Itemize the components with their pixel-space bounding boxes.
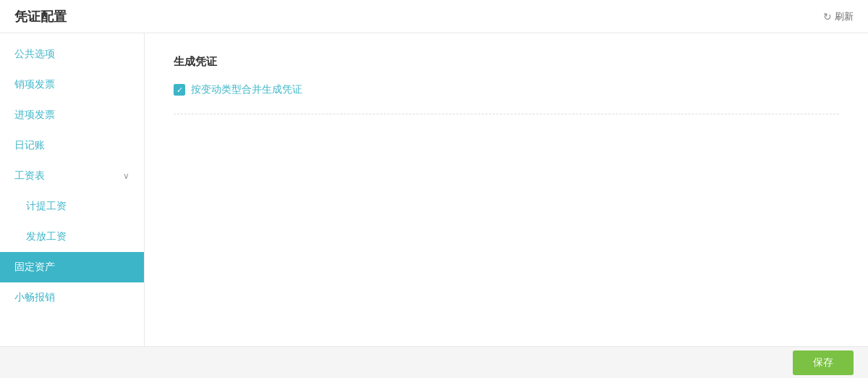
page-header: 凭证配置 ↻ 刷新 (0, 0, 868, 33)
refresh-label: 刷新 (835, 10, 854, 23)
refresh-button[interactable]: ↻ 刷新 (823, 10, 854, 23)
sidebar-item-label: 固定资产 (14, 261, 55, 274)
sidebar-item-payroll-table[interactable]: 工资表 ∨ (0, 161, 144, 191)
sidebar: 公共选项 销项发票 进项发票 日记账 工资表 ∨ 计提工资 发放工资 固定资产 … (0, 33, 145, 346)
chevron-down-icon: ∨ (123, 171, 129, 181)
save-button[interactable]: 保存 (793, 350, 854, 375)
sidebar-item-journal[interactable]: 日记账 (0, 130, 144, 161)
sidebar-item-label: 计提工资 (26, 200, 67, 213)
sidebar-item-label: 销项发票 (14, 78, 55, 91)
sidebar-item-label: 发放工资 (26, 230, 67, 243)
sidebar-item-purchase-invoice[interactable]: 进项发票 (0, 100, 144, 130)
checkbox-label[interactable]: 按变动类型合并生成凭证 (191, 83, 302, 96)
checkmark-icon: ✓ (176, 86, 183, 94)
merge-by-type-checkbox[interactable]: ✓ (174, 84, 185, 96)
section-divider (174, 114, 839, 114)
sidebar-item-petty-expense[interactable]: 小畅报销 (0, 282, 144, 313)
refresh-icon: ↻ (823, 11, 832, 22)
section-title: 生成凭证 (174, 55, 839, 69)
sidebar-item-sales-invoice[interactable]: 销项发票 (0, 70, 144, 100)
sidebar-item-fixed-assets[interactable]: 固定资产 (0, 252, 144, 282)
sidebar-item-label: 日记账 (14, 139, 45, 152)
sidebar-item-pay-payroll[interactable]: 发放工资 (0, 222, 144, 252)
page-title: 凭证配置 (14, 8, 67, 25)
sidebar-item-calc-payroll[interactable]: 计提工资 (0, 191, 144, 222)
sidebar-item-label: 进项发票 (14, 109, 55, 122)
sidebar-item-public[interactable]: 公共选项 (0, 39, 144, 70)
sidebar-item-label: 公共选项 (14, 48, 55, 61)
sidebar-item-label: 工资表 (14, 169, 45, 182)
sidebar-item-label: 小畅报销 (14, 291, 55, 304)
checkbox-row: ✓ 按变动类型合并生成凭证 (174, 83, 839, 96)
main-layout: 公共选项 销项发票 进项发票 日记账 工资表 ∨ 计提工资 发放工资 固定资产 … (0, 33, 868, 346)
page-footer: 保存 (0, 346, 868, 378)
main-content: 生成凭证 ✓ 按变动类型合并生成凭证 (145, 33, 868, 346)
